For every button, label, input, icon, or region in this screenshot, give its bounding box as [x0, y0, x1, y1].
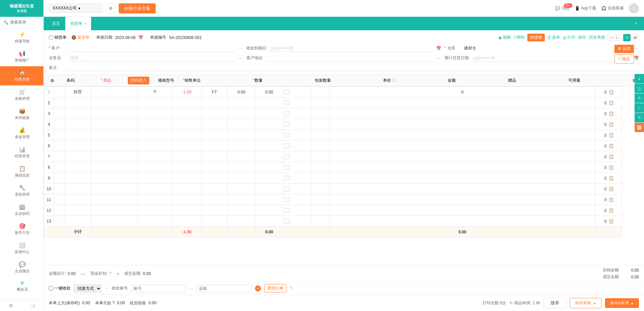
copy-row-icon[interactable]: 📋 [609, 165, 614, 170]
row-remark[interactable] [311, 205, 330, 216]
delete-row-icon[interactable]: 🗑 [604, 111, 608, 116]
row-qty[interactable] [172, 108, 202, 119]
copy-row-icon[interactable]: 📋 [609, 208, 614, 213]
row-price[interactable] [227, 98, 256, 108]
delete-row-icon[interactable]: 🗑 [604, 187, 608, 191]
row-remark[interactable] [311, 151, 330, 162]
setup-button[interactable]: ⚙ 设置 [614, 45, 634, 53]
row-price[interactable] [227, 119, 256, 130]
row-product[interactable] [64, 151, 91, 162]
delete-row-icon[interactable]: 🗑 [604, 208, 608, 213]
row-remark[interactable] [311, 194, 330, 205]
row-product[interactable] [64, 130, 91, 141]
row-product[interactable] [64, 184, 91, 194]
calendar-icon[interactable]: 📅 [138, 35, 143, 40]
row-barcode[interactable] [54, 216, 64, 227]
message-button[interactable]: 💬 消息 99+ [555, 5, 570, 11]
row-pkg-qty[interactable] [202, 119, 227, 130]
column-settings-icon[interactable]: ⚙ [47, 78, 57, 83]
account-input[interactable] [131, 285, 186, 292]
row-gift[interactable] [283, 119, 311, 130]
row-product[interactable] [64, 205, 91, 216]
row-barcode[interactable] [54, 130, 64, 141]
row-gift[interactable] [283, 205, 311, 216]
row-spec[interactable] [91, 98, 138, 108]
row-price[interactable] [227, 151, 256, 162]
address-dots-button[interactable]: ··· [436, 56, 441, 61]
float-btn-orange[interactable]: ⬜ [635, 123, 644, 132]
delete-row-icon[interactable]: 🗑 [604, 144, 608, 148]
shortcut-button[interactable]: 快捷键 [527, 34, 545, 41]
row-qty[interactable] [172, 173, 202, 184]
sidebar-item-search[interactable]: 🔍 搜索菜单 [0, 17, 43, 28]
settlement-dots[interactable]: ··· [105, 286, 108, 291]
row-price[interactable]: 0.00 [227, 87, 256, 98]
row-gift[interactable] [283, 194, 311, 205]
row-product[interactable] [64, 216, 91, 227]
row-gift[interactable] [283, 98, 311, 108]
sidebar-item-purchase[interactable]: 🛒 采购管理 [0, 85, 43, 105]
receivable-date-input[interactable] [269, 45, 433, 52]
row-barcode[interactable] [54, 141, 64, 151]
row-qty[interactable] [172, 98, 202, 108]
row-gift[interactable] [283, 87, 311, 98]
row-unit[interactable] [138, 173, 172, 184]
copy-row-icon[interactable]: 📋 [609, 133, 614, 138]
row-remark[interactable] [311, 98, 330, 108]
row-barcode[interactable] [54, 184, 64, 194]
grid-view-button[interactable]: ⊞ [632, 34, 639, 41]
copy-row-icon[interactable]: 📋 [609, 154, 614, 159]
row-product[interactable] [64, 162, 91, 173]
row-unit[interactable] [138, 108, 172, 119]
radio-return-order[interactable]: 退货单 [72, 35, 89, 40]
row-barcode[interactable] [54, 87, 64, 98]
tab-home[interactable]: 首页 [47, 17, 65, 30]
row-barcode[interactable] [54, 162, 64, 173]
row-spec[interactable] [91, 173, 138, 184]
row-unit[interactable] [138, 141, 172, 151]
row-remark[interactable] [311, 108, 330, 119]
overdue-help-icon[interactable]: ? [112, 301, 115, 305]
row-unit[interactable] [138, 162, 172, 173]
row-pkg-qty[interactable] [202, 98, 227, 108]
delete-row-icon[interactable]: 🗑 [604, 133, 608, 138]
row-product[interactable] [64, 98, 91, 108]
row-gift[interactable] [283, 151, 311, 162]
delete-row-icon[interactable]: 🗑 [604, 122, 608, 127]
row-spec[interactable] [91, 216, 138, 227]
row-spec[interactable] [91, 87, 138, 98]
app-download-button[interactable]: 📱 App下载 [575, 5, 596, 11]
row-qty[interactable]: -1.00 [172, 87, 202, 98]
remarks-input[interactable] [68, 64, 639, 71]
next-button[interactable]: ▷ [614, 35, 620, 41]
close-all-tabs-button[interactable]: × [632, 21, 641, 26]
row-unit[interactable] [138, 194, 172, 205]
radio-return-input[interactable] [72, 35, 76, 40]
delete-row-icon[interactable]: 🗑 [604, 219, 608, 224]
row-pkg-qty[interactable] [202, 184, 227, 194]
row-qty[interactable] [172, 141, 202, 151]
prev-button[interactable]: ◁ [608, 35, 614, 41]
radio-sale-order[interactable]: 销货单 [49, 35, 67, 40]
customer-address-input[interactable] [266, 54, 433, 62]
row-unit[interactable] [138, 130, 172, 141]
delete-row-icon[interactable]: 🗑 [604, 90, 608, 94]
radio-sale-input[interactable] [49, 35, 53, 40]
sidebar-item-member[interactable]: V 畅会员 [0, 277, 43, 295]
row-barcode[interactable] [54, 194, 64, 205]
abandon-button[interactable]: 放弃 [543, 298, 566, 308]
settings-bottom-icon[interactable]: ⚙ [9, 303, 13, 308]
sidebar-item-system[interactable]: 🔧 系统管理 [0, 181, 43, 200]
row-remark[interactable] [311, 162, 330, 173]
row-remark[interactable] [311, 87, 330, 98]
row-price[interactable] [227, 108, 256, 119]
sidebar-item-wechat[interactable]: 💬 企业微信 [0, 258, 43, 277]
delete-row-icon[interactable]: 🗑 [604, 176, 608, 181]
expected-calendar-icon[interactable]: 📅 [634, 56, 639, 61]
warehouse-dots-button[interactable]: ··· [634, 46, 639, 51]
row-unit[interactable] [138, 151, 172, 162]
copy-row-icon[interactable]: 📋 [609, 219, 614, 224]
row-qty[interactable] [172, 216, 202, 227]
filter-link[interactable]: ☰ 选单 [547, 35, 560, 40]
row-barcode[interactable] [54, 173, 64, 184]
